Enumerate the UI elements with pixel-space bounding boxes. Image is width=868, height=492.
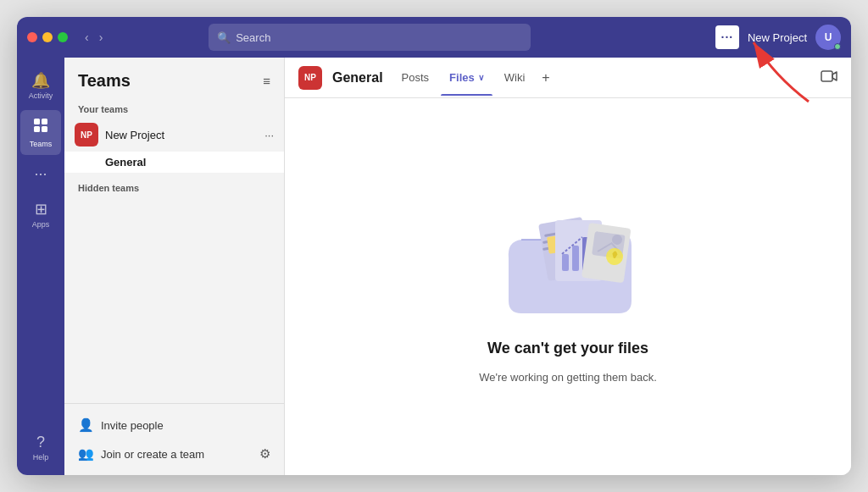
close-button[interactable]: [27, 32, 37, 42]
invite-icon: 👤: [78, 417, 94, 433]
error-subtitle: We're working on getting them back.: [479, 371, 657, 384]
content-tabs: Posts Files ∨ Wiki +: [393, 59, 810, 96]
main-area: 🔔 Activity Teams: [17, 58, 851, 475]
filter-icon[interactable]: ≡: [263, 74, 270, 88]
content-channel-avatar: NP: [298, 66, 322, 90]
tab-wiki-label: Wiki: [504, 71, 526, 84]
tab-posts-label: Posts: [402, 71, 430, 84]
apps-label: Apps: [32, 220, 50, 229]
team-avatar: NP: [75, 123, 98, 146]
avatar[interactable]: U: [815, 25, 841, 50]
titlebar: ‹ › 🔍 Search ··· New Project U: [17, 17, 851, 58]
ellipsis-icon: ···: [721, 30, 734, 44]
back-arrow[interactable]: ‹: [81, 29, 92, 46]
sidebar-item-more[interactable]: ···: [20, 158, 61, 190]
forward-arrow[interactable]: ›: [96, 29, 107, 46]
presence-dot: [834, 43, 841, 50]
svg-rect-2: [34, 126, 40, 132]
channel-name: General: [105, 156, 146, 169]
invite-label: Invite people: [101, 419, 164, 432]
tab-wiki[interactable]: Wiki: [496, 59, 534, 96]
content-channel-title: General: [332, 70, 383, 86]
more-options-button[interactable]: ···: [715, 25, 739, 49]
app-window: ‹ › 🔍 Search ··· New Project U: [17, 17, 851, 475]
files-illustration: [492, 191, 644, 326]
content-header-right: [821, 69, 837, 86]
search-icon: 🔍: [217, 31, 231, 44]
svg-rect-0: [34, 119, 40, 124]
your-teams-label: Your teams: [64, 97, 284, 118]
svg-rect-11: [562, 254, 569, 271]
help-label: Help: [33, 453, 49, 462]
traffic-lights: [27, 32, 68, 42]
team-item-new-project[interactable]: NP New Project ···: [64, 118, 284, 152]
content-body: We can't get your files We're working on…: [285, 98, 851, 475]
help-icon: ?: [36, 434, 45, 451]
more-icon: ···: [34, 165, 47, 183]
sidebar-footer: 👤 Invite people 👥 Join or create a team …: [64, 403, 284, 475]
teams-icon: [32, 117, 49, 138]
icon-rail: 🔔 Activity Teams: [17, 58, 64, 475]
activity-label: Activity: [29, 91, 53, 100]
sidebar-item-apps[interactable]: ⊞ Apps: [20, 193, 61, 235]
settings-icon[interactable]: ⚙: [259, 446, 270, 462]
channel-item-general[interactable]: General: [64, 152, 284, 173]
svg-rect-3: [42, 126, 47, 132]
svg-rect-1: [42, 119, 47, 124]
sidebar-item-teams[interactable]: Teams: [20, 110, 61, 155]
titlebar-right: ··· New Project U: [715, 25, 841, 50]
files-chevron-icon: ∨: [478, 73, 484, 82]
tab-files[interactable]: Files ∨: [441, 59, 492, 96]
tab-posts[interactable]: Posts: [393, 59, 438, 96]
error-title: We can't get your files: [487, 340, 648, 357]
minimize-button[interactable]: [42, 32, 53, 42]
add-tab-button[interactable]: +: [537, 67, 554, 89]
search-bar[interactable]: 🔍 Search: [209, 24, 531, 51]
apps-icon: ⊞: [35, 200, 47, 218]
hidden-teams-label: Hidden teams: [64, 173, 284, 196]
sidebar-item-activity[interactable]: 🔔 Activity: [20, 64, 61, 107]
search-placeholder: Search: [236, 31, 270, 44]
teams-label: Teams: [30, 140, 53, 148]
sidebar-title: Teams: [78, 71, 131, 91]
activity-icon: 🔔: [31, 71, 50, 90]
join-create-team-button[interactable]: 👥 Join or create a team ⚙: [64, 439, 284, 468]
join-label: Join or create a team: [101, 448, 204, 461]
content-header: NP General Posts Files ∨ Wiki +: [285, 58, 851, 98]
sidebar: Teams ≡ Your teams NP New Project ··· Ge…: [64, 58, 285, 475]
team-name: New Project: [105, 129, 258, 141]
svg-rect-12: [572, 246, 579, 271]
maximize-button[interactable]: [58, 32, 68, 42]
invite-people-button[interactable]: 👤 Invite people: [64, 411, 284, 439]
video-icon[interactable]: [821, 69, 837, 86]
join-icon: 👥: [78, 446, 94, 462]
sidebar-header: Teams ≡: [64, 58, 284, 97]
team-more-options[interactable]: ···: [264, 129, 274, 141]
svg-rect-4: [821, 71, 832, 81]
nav-arrows: ‹ ›: [81, 29, 106, 46]
tab-files-label: Files: [449, 71, 475, 84]
sidebar-item-help[interactable]: ? Help: [20, 427, 61, 468]
new-project-label: New Project: [748, 31, 807, 44]
content-area: NP General Posts Files ∨ Wiki +: [285, 58, 851, 475]
